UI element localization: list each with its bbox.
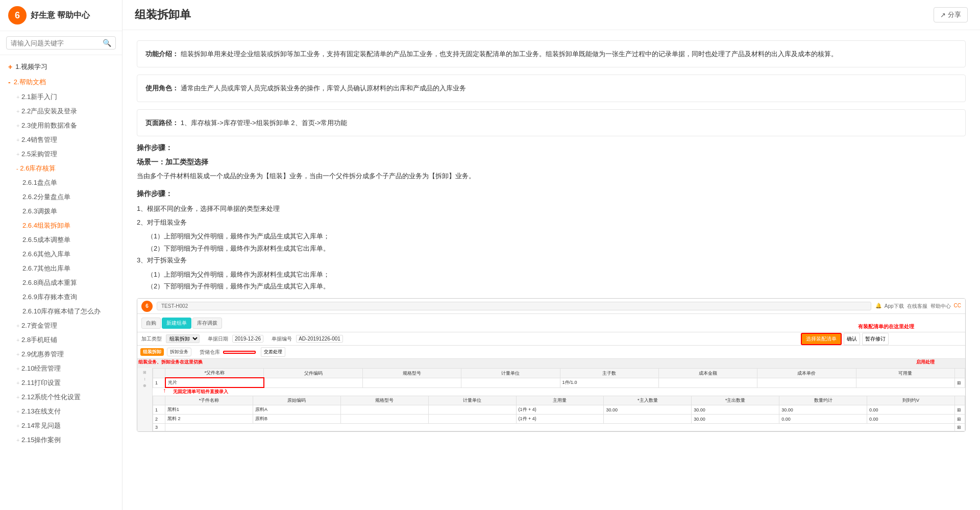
- search-icon[interactable]: 🔍: [103, 39, 111, 47]
- expand-icon-24: +: [16, 137, 19, 143]
- sub-step-assemble-2: （2）下部明细为子件明细，最终作为原材料生成其它出库单。: [137, 242, 966, 254]
- expand-icon-21: +: [16, 94, 19, 100]
- expand-icon-214: +: [16, 423, 19, 429]
- inner-child-table: *子件名称 原始编码 规格型号 计量单位 主用量 *主入数量 *主出数量 数量约…: [153, 396, 965, 432]
- expand-icon-1: +: [8, 63, 12, 71]
- expand-icon-210: +: [16, 366, 19, 372]
- role-label: 使用角色：: [145, 84, 179, 92]
- search-input[interactable]: [11, 39, 103, 47]
- inner-parent-table: *父件名称 父件编码 规格型号 计量单位 主子数 成本金额 成本单价 可用量: [153, 368, 965, 388]
- sidebar-item-cost-recalc[interactable]: 2.6.8商品成本重算: [0, 276, 122, 290]
- expand-icon-212: +: [16, 394, 19, 400]
- expand-icon-213: +: [16, 408, 19, 415]
- sidebar-item-finance[interactable]: + 2.7资金管理: [0, 319, 122, 333]
- sidebar-item-mobile[interactable]: + 2.8手机旺铺: [0, 333, 122, 347]
- inner-save-btn[interactable]: 暂存修订: [862, 333, 889, 345]
- step-3: 3、对于拆装业务: [137, 254, 966, 266]
- sidebar-item-other-in[interactable]: 2.6.6其他入库单: [0, 247, 122, 261]
- table-row: 1 光片 1件/1.0 ⊞: [153, 378, 965, 387]
- sidebar-item-customize[interactable]: + 2.12系统个性化设置: [0, 390, 122, 404]
- expand-icon-25: +: [16, 151, 19, 157]
- sidebar-item-assembly[interactable]: 2.6.4组装拆卸单: [0, 218, 122, 233]
- inner-type-toolbar: 组装拆卸 拆卸业务 货储仓库 交差处理 组装业务、拆卸业务在这里切换 启用处理: [137, 346, 965, 359]
- scene1-steps-title: 操作步骤：: [137, 189, 966, 199]
- sidebar-item-help-docs[interactable]: - 2.帮助文档: [0, 75, 122, 90]
- path-block: 页面路径： 1、库存核算->库存管理->组装拆卸单 2、首页->常用功能: [137, 109, 966, 136]
- path-label: 页面路径：: [145, 119, 179, 127]
- search-area: 🔍: [0, 31, 122, 55]
- sidebar-item-coupon[interactable]: + 2.9优惠券管理: [0, 347, 122, 361]
- inner-confirm-btn[interactable]: 确认: [844, 333, 860, 345]
- main-header: 组装拆卸单 ↗ 分享: [122, 0, 980, 30]
- sidebar-item-inventory[interactable]: - 2.6库存核算: [0, 161, 122, 176]
- inner-nav-transfer[interactable]: 库存调拨: [192, 318, 222, 329]
- inner-order-field: AD-20191226-001: [296, 335, 343, 343]
- main-panel: 组装拆卸单 ↗ 分享 功能介绍： 组装拆卸单用来处理企业组装或拆卸等加工业务，支…: [122, 0, 980, 510]
- screenshot-container: 6 TEST-H002 🔔 App下载 在线客服 帮助中心 CC: [137, 298, 966, 432]
- sidebar-item-cost-adjust[interactable]: 2.6.5成本调整单: [0, 233, 122, 247]
- inner-nav-zg[interactable]: 自购: [141, 318, 161, 329]
- annotation-process: 启用处理: [916, 359, 935, 366]
- sidebar-item-ops[interactable]: + 2.10经营管理: [0, 361, 122, 376]
- sidebar-item-payment[interactable]: + 2.13在线支付: [0, 404, 122, 419]
- sidebar-item-cases[interactable]: + 2.15操作案例: [0, 433, 122, 447]
- sidebar-item-data-prep[interactable]: + 2.3使用前数据准备: [0, 118, 122, 133]
- sidebar-item-install[interactable]: + 2.2产品安装及登录: [0, 104, 122, 118]
- inner-left-icon-3[interactable]: ⊕: [143, 383, 146, 388]
- annotation-switch: 组装业务、拆卸业务在这里切换: [138, 359, 203, 366]
- share-icon: ↗: [940, 11, 946, 19]
- inner-topbar: 6 TEST-H002 🔔 App下载 在线客服 帮助中心 CC: [137, 299, 965, 314]
- inner-left-icon-1[interactable]: ⊞: [143, 370, 146, 375]
- sub-item-24-label: 2.4销售管理: [21, 136, 57, 143]
- inner-warehouse-field: [223, 351, 256, 354]
- collapse-icon-26: -: [16, 165, 18, 172]
- sidebar-item-ledger-fix[interactable]: 2.6.10库存账本错了怎么办: [0, 304, 122, 319]
- sidebar-item-purchase[interactable]: + 2.5采购管理: [0, 147, 122, 161]
- sidebar-item-other-out[interactable]: 2.6.7其他出库单: [0, 261, 122, 276]
- logo-area: 6 好生意 帮助中心: [0, 0, 122, 31]
- sidebar-item-sales[interactable]: + 2.4销售管理: [0, 133, 122, 147]
- inner-select-bom-btn[interactable]: 选择装配清单: [801, 333, 842, 345]
- inner-assembly-badge: 组装拆卸: [140, 348, 164, 356]
- app-logo-icon: 6: [8, 6, 27, 25]
- inner-top-icons: 🔔 App下载 在线客服 帮助中心 CC: [875, 303, 961, 310]
- sidebar-item-print[interactable]: + 2.11打印设置: [0, 376, 122, 390]
- sidebar-item-ledger-query[interactable]: 2.6.9库存账本查询: [0, 290, 122, 304]
- sub-step-dis-1: （1）上部明细为父件明细，最终作为原材料生成其它出库单；: [137, 269, 966, 280]
- nav-section-1: + 1.视频学习: [0, 59, 122, 75]
- sidebar-item-transfer[interactable]: 2.6.3调拨单: [0, 204, 122, 218]
- inner-app-logo: 6: [141, 301, 153, 312]
- role-text: 通常由生产人员或库管人员完成拆装业务的操作，库管人员确认原材料的出库和产成品的入…: [181, 84, 466, 92]
- sidebar-item-partial-stocktake[interactable]: 2.6.2分量盘点单: [0, 190, 122, 204]
- content-area: 功能介绍： 组装拆卸单用来处理企业组装或拆卸等加工业务，支持有固定装配清单的产品…: [122, 30, 980, 510]
- inner-form-toolbar: 加工类型 组装拆卸 拆卸拆卸 单据日期 2019-12-26 单据编号 AD-2…: [137, 332, 965, 346]
- sidebar-item-beginner[interactable]: + 2.1新手入门: [0, 90, 122, 104]
- app-name: 好生意 帮助中心: [31, 10, 90, 21]
- inner-left-icon-2[interactable]: ↕: [144, 377, 146, 381]
- search-box[interactable]: 🔍: [6, 36, 116, 50]
- sidebar-item-video-learning[interactable]: + 1.视频学习: [0, 59, 122, 75]
- nav-tree: + 1.视频学习 - 2.帮助文档 + 2.1新手入门 + 2.2产品安装及登录…: [0, 55, 122, 510]
- inner-nav-new[interactable]: 新建组单: [162, 318, 191, 329]
- sidebar: 6 好生意 帮助中心 🔍 + 1.视频学习 - 2.帮助文档 + 2.1新手入门: [0, 0, 122, 510]
- inner-apply-btn[interactable]: 交差处理: [261, 347, 285, 357]
- nav-section-2: - 2.帮助文档 + 2.1新手入门 + 2.2产品安装及登录 + 2.3使用前…: [0, 75, 122, 447]
- intro-label: 功能介绍：: [145, 50, 179, 58]
- expand-icon-23: +: [16, 123, 19, 129]
- role-block: 使用角色： 通常由生产人员或库管人员完成拆装业务的操作，库管人员确认原材料的出库…: [137, 75, 966, 102]
- annotation-bom: 有装配清单的在这里处理: [858, 323, 914, 330]
- steps-title: 操作步骤：: [137, 143, 966, 153]
- share-label: 分享: [948, 10, 961, 19]
- share-button[interactable]: ↗ 分享: [934, 7, 968, 22]
- path-text: 1、库存核算->库存管理->组装拆卸单 2、首页->常用功能: [181, 119, 348, 127]
- sub-step-assemble-1: （1）上部明细为父件明细，最终作为产成品生成其它入库单；: [137, 230, 966, 242]
- inner-url-bar: TEST-H002: [157, 302, 871, 310]
- intro-text: 组装拆卸单用来处理企业组装或拆卸等加工业务，支持有固定装配清单的产品加工业务，也…: [181, 50, 838, 58]
- section-1-label: 1.视频学习: [15, 62, 47, 71]
- expand-icon-215: +: [16, 437, 19, 443]
- inner-type-select[interactable]: 组装拆卸 拆卸拆卸: [166, 334, 200, 343]
- sidebar-item-faq[interactable]: + 2.14常见问题: [0, 419, 122, 433]
- table-row: 2 黑料 2 原料B (1件 + 4) 30.00 0.00 0.00: [153, 415, 965, 424]
- sidebar-item-stocktake[interactable]: 2.6.1盘点单: [0, 176, 122, 190]
- expand-icon-27: +: [16, 323, 19, 329]
